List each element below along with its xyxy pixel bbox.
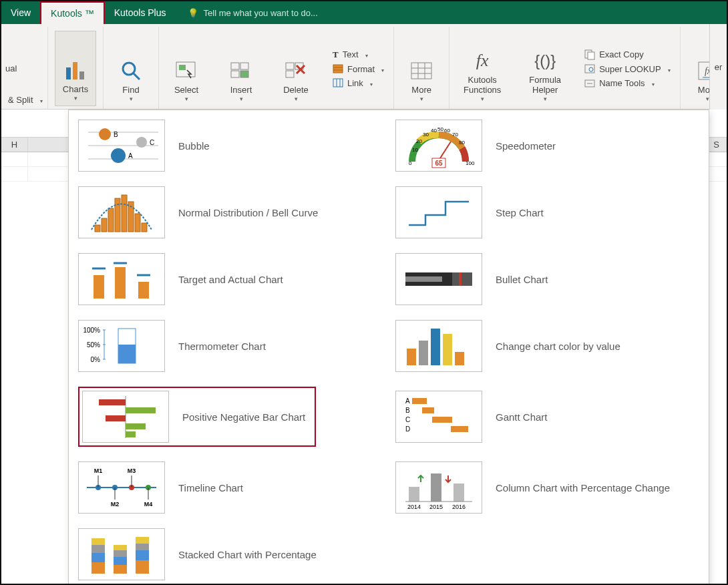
chart-option-speedometer[interactable]: 01020 304050 607080 100 65 Speedometer <box>395 120 699 172</box>
svg-rect-128 <box>114 545 127 550</box>
tab-kutools[interactable]: Kutools ™ <box>40 1 105 24</box>
chart-option-normal-distribution[interactable]: Normal Distribution / Bell Curve <box>78 186 382 238</box>
ribbon-group-formula-helper: {()} Formula Helper <box>515 27 575 109</box>
svg-rect-67 <box>94 275 104 299</box>
svg-rect-94 <box>412 398 427 404</box>
more-button[interactable]: More <box>401 31 442 106</box>
ribbon-group-charts: Charts <box>48 27 104 109</box>
column-pct-thumb: 2014 2015 2016 <box>395 461 482 514</box>
select-button[interactable]: Select <box>166 31 207 106</box>
speedometer-thumb: 01020 304050 607080 100 65 <box>395 120 482 172</box>
svg-rect-92 <box>126 431 136 437</box>
svg-rect-59 <box>95 225 100 232</box>
svg-point-40 <box>99 128 111 140</box>
svg-rect-10 <box>240 71 248 77</box>
svg-rect-86 <box>455 352 464 365</box>
find-icon <box>120 56 142 85</box>
split-button[interactable]: & Split <box>5 93 45 106</box>
kutools-functions-button[interactable]: fx Kutools Functions <box>456 31 508 106</box>
link-button[interactable]: Link <box>330 77 387 89</box>
ribbon-group-delete: Delete <box>268 27 323 109</box>
svg-rect-121 <box>92 562 105 574</box>
svg-text:0: 0 <box>409 160 412 166</box>
lookup-icon <box>584 64 595 73</box>
braces-icon: {()} <box>534 46 556 75</box>
charts-button[interactable]: Charts <box>55 31 96 106</box>
chart-option-stacked-percentage[interactable]: Stacked Chart with Percentage <box>78 528 382 580</box>
svg-text:10: 10 <box>412 147 418 153</box>
tab-view[interactable]: View <box>1 1 40 24</box>
timeline-thumb: M1 M2 M3 M4 <box>78 461 165 514</box>
svg-rect-82 <box>407 349 416 365</box>
svg-rect-132 <box>136 537 149 544</box>
super-lookup-button[interactable]: Super LOOKUP <box>582 63 673 75</box>
svg-line-46 <box>439 142 451 160</box>
svg-rect-116 <box>453 483 464 502</box>
svg-rect-28 <box>588 52 594 59</box>
svg-text:30: 30 <box>423 132 429 138</box>
exact-copy-button[interactable]: Exact Copy <box>582 48 673 61</box>
svg-rect-7 <box>231 63 239 69</box>
chart-option-column-percentage[interactable]: 2014 2015 2016 Column Chart with Percent… <box>395 461 699 514</box>
svg-rect-16 <box>333 65 343 73</box>
chart-option-gantt[interactable]: A B C D Gantt Chart <box>395 387 699 447</box>
svg-rect-98 <box>432 417 452 423</box>
chart-option-bullet[interactable]: Bullet Chart <box>395 253 699 305</box>
ribbon-group-text-format-link: T Text Format Link <box>323 27 394 109</box>
svg-rect-0 <box>66 67 71 79</box>
chart-option-target-actual[interactable]: Target and Actual Chart <box>78 253 382 305</box>
svg-rect-122 <box>92 553 105 562</box>
link-icon <box>333 78 343 87</box>
normal-thumb <box>78 186 165 238</box>
svg-text:A: A <box>405 397 410 405</box>
svg-rect-114 <box>409 487 419 502</box>
svg-rect-100 <box>451 426 468 432</box>
tell-me-search[interactable]: 💡 Tell me what you want to do... <box>188 1 318 24</box>
chart-option-timeline[interactable]: M1 M2 M3 M4 Timeline Chart <box>78 461 382 514</box>
chart-option-step[interactable]: Step Chart <box>395 186 699 238</box>
svg-rect-130 <box>136 550 149 560</box>
ribbon-group-copy-lookup-name: Exact Copy Super LOOKUP Name Tools <box>575 27 681 109</box>
delete-button[interactable]: Delete <box>275 31 317 106</box>
formula-helper-button[interactable]: {()} Formula Helper <box>522 31 568 106</box>
chart-option-positive-negative[interactable]: Positive Negative Bar Chart <box>78 387 382 447</box>
svg-text:50%: 50% <box>87 341 100 349</box>
fx-icon: fx <box>476 46 489 75</box>
svg-rect-127 <box>114 550 127 557</box>
lightbulb-icon: 💡 <box>188 8 198 18</box>
svg-rect-96 <box>422 407 434 413</box>
col-header-s[interactable]: S <box>707 138 727 152</box>
chart-option-bubble[interactable]: B C A Bubble <box>78 120 382 172</box>
ribbon-group-more: More <box>394 27 449 109</box>
svg-text:60: 60 <box>444 128 450 134</box>
svg-text:40: 40 <box>431 128 437 134</box>
svg-text:B: B <box>405 407 410 414</box>
worksheet-area: er H S B C A Bubble <box>1 110 727 182</box>
name-tools-button[interactable]: Name Tools <box>582 77 673 89</box>
svg-rect-91 <box>126 423 146 429</box>
svg-rect-65 <box>135 214 140 232</box>
more-icon <box>410 56 433 85</box>
chart-option-change-color[interactable]: Change chart color by value <box>395 320 699 372</box>
insert-icon <box>230 56 252 85</box>
ribbon-group-functions: fx Kutools Functions <box>449 27 515 109</box>
name-icon <box>584 78 595 87</box>
svg-rect-83 <box>419 341 428 365</box>
find-button[interactable]: Find <box>110 31 152 106</box>
text-button[interactable]: T Text <box>330 48 387 61</box>
ribbon-tabs: View Kutools ™ Kutools Plus 💡 Tell me wh… <box>1 1 727 24</box>
format-button[interactable]: Format <box>330 63 387 75</box>
svg-text:D: D <box>405 425 410 433</box>
tab-kutools-plus[interactable]: Kutools Plus <box>105 1 176 24</box>
svg-rect-89 <box>126 407 156 413</box>
svg-text:100: 100 <box>466 160 475 166</box>
svg-rect-85 <box>443 334 452 365</box>
col-header-h[interactable]: H <box>1 138 28 152</box>
svg-point-30 <box>589 67 593 71</box>
svg-text:0%: 0% <box>91 356 101 363</box>
ribbon: ual & Split Charts Find Select <box>1 24 727 110</box>
svg-rect-126 <box>114 557 127 565</box>
svg-text:50: 50 <box>437 126 443 132</box>
chart-option-thermometer[interactable]: 100% 50% 0% Thermometer Chart <box>78 320 382 372</box>
insert-button[interactable]: Insert <box>220 31 262 106</box>
